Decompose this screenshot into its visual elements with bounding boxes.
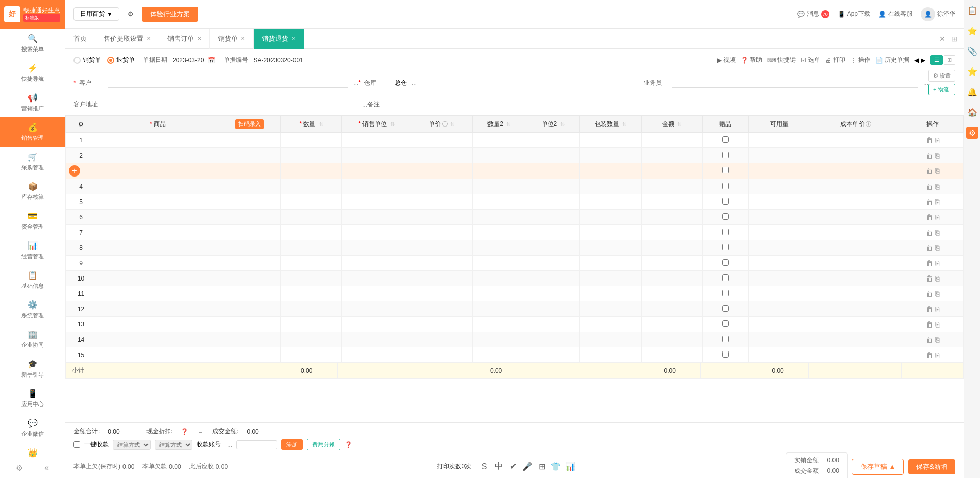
right-icon-3[interactable]: 📎 (966, 45, 978, 57)
packqty-cell[interactable] (580, 133, 641, 148)
goods-cell[interactable] (96, 256, 219, 271)
customer-select-btn[interactable]: ... (353, 79, 358, 86)
qty2-cell[interactable] (472, 148, 526, 163)
tool-btn-7[interactable]: 📊 (564, 461, 576, 473)
price-cell[interactable] (411, 225, 472, 240)
delete-row-btn[interactable]: 🗑 (926, 136, 933, 144)
right-icon-active[interactable]: ⚙ (966, 127, 978, 139)
sidebar-settings-btn[interactable]: ⚙ (16, 463, 23, 473)
gift-cell[interactable] (702, 194, 748, 210)
address-select-btn[interactable]: ... (362, 101, 368, 108)
price-info-icon[interactable]: ⓘ (442, 120, 448, 128)
right-icon-2[interactable]: ⭐ (966, 24, 978, 37)
right-icon-5[interactable]: 🔔 (966, 86, 978, 98)
price-cell[interactable] (411, 133, 472, 148)
online-service-btn[interactable]: 👤 在线客服 (878, 10, 913, 18)
goods-cell[interactable] (96, 210, 219, 225)
delete-row-btn[interactable]: 🗑 (926, 198, 933, 206)
unit2-cell[interactable] (526, 225, 580, 240)
settings-gear-btn[interactable]: ⚙ (124, 8, 138, 20)
sidebar-item-promotion[interactable]: 📢 营销推广 (0, 88, 65, 117)
gift-cell[interactable] (702, 317, 748, 332)
tab-home[interactable]: 首页 (65, 29, 95, 49)
copy-row-btn[interactable]: ⎘ (935, 136, 939, 144)
goods-cell[interactable] (96, 286, 219, 301)
price-cell[interactable] (411, 347, 472, 363)
delete-row-btn[interactable]: 🗑 (926, 259, 933, 267)
packqty-cell[interactable] (580, 271, 641, 286)
gift-cell[interactable] (702, 301, 748, 317)
payment-method-select[interactable]: 结算方式 (155, 440, 192, 450)
qty2-cell[interactable] (472, 256, 526, 271)
amount-cell[interactable] (641, 225, 702, 240)
delete-row-btn[interactable]: 🗑 (926, 244, 933, 252)
packqty-cell[interactable] (580, 301, 641, 317)
goods-cell[interactable] (96, 133, 219, 148)
right-icon-4[interactable]: ⭐ (966, 65, 978, 78)
goods-cell[interactable] (96, 148, 219, 163)
gift-cell[interactable] (702, 240, 748, 256)
goods-cell[interactable] (96, 347, 219, 363)
unit-cell[interactable] (342, 210, 411, 225)
amount-cell[interactable] (641, 179, 702, 194)
amount-cell[interactable] (641, 347, 702, 363)
sidebar-item-search[interactable]: 🔍 搜索菜单 (0, 29, 65, 58)
delete-row-btn[interactable]: 🗑 (926, 183, 933, 191)
qty2-cell[interactable] (472, 301, 526, 317)
delete-row-btn[interactable]: 🗑 (926, 229, 933, 237)
delete-row-btn[interactable]: 🗑 (926, 320, 933, 329)
calc-method-select[interactable]: 结算方式 (113, 440, 151, 450)
sidebar-collapse-btn[interactable]: « (44, 463, 49, 473)
qty2-cell[interactable] (472, 210, 526, 225)
qty-cell[interactable] (280, 332, 341, 347)
add-row-btn[interactable]: + (69, 165, 80, 177)
goods-cell[interactable] (96, 317, 219, 332)
unit-cell[interactable] (342, 271, 411, 286)
qty-cell[interactable] (280, 347, 341, 363)
delete-row-btn[interactable]: 🗑 (926, 213, 933, 221)
unit-cell[interactable] (342, 225, 411, 240)
qty-cell[interactable] (280, 240, 341, 256)
table-view-btn[interactable]: ⊞ (944, 55, 955, 65)
qty-cell[interactable] (280, 256, 341, 271)
sidebar-item-inventory[interactable]: 📦 库存核算 (0, 177, 65, 206)
tab-menu-btn[interactable]: ⊞ (949, 33, 960, 45)
tool-btn-6[interactable]: 👕 (550, 461, 562, 473)
unit2-cell[interactable] (526, 148, 580, 163)
packqty-cell[interactable] (580, 225, 641, 240)
delete-row-btn[interactable]: 🗑 (926, 152, 933, 160)
goods-cell[interactable] (96, 240, 219, 256)
qty-cell[interactable] (280, 317, 341, 332)
price-cell[interactable] (411, 332, 472, 347)
tab-sales[interactable]: 销货单 ✕ (210, 29, 254, 49)
unit-cell[interactable] (342, 332, 411, 347)
copy-row-btn[interactable]: ⎘ (935, 167, 939, 175)
copy-row-btn[interactable]: ⎘ (935, 274, 939, 283)
customer-input[interactable] (108, 78, 349, 88)
prev-doc-btn[interactable]: ◀ (914, 57, 919, 64)
help-btn[interactable]: ❓ 帮助 (741, 56, 762, 64)
unit2-cell[interactable] (526, 133, 580, 148)
qty2-cell[interactable] (472, 240, 526, 256)
next-doc-btn[interactable]: ▶ (921, 57, 925, 64)
tool-btn-2[interactable]: 中 (493, 461, 505, 473)
unit2-cell[interactable] (526, 256, 580, 271)
qty2-cell[interactable] (472, 225, 526, 240)
close-icon[interactable]: ✕ (197, 36, 201, 41)
goods-cell[interactable] (96, 301, 219, 317)
account-select-btn[interactable]: ... (227, 441, 232, 448)
amount-cell[interactable] (641, 163, 702, 179)
copy-row-btn[interactable]: ⎘ (935, 305, 939, 313)
qty-cell[interactable] (280, 225, 341, 240)
right-icon-6[interactable]: 🏠 (966, 106, 978, 118)
copy-row-btn[interactable]: ⎘ (935, 351, 939, 359)
print-btn[interactable]: 🖨 打印 (825, 56, 845, 64)
copy-row-btn[interactable]: ⎘ (935, 183, 939, 191)
qty2-cell[interactable] (472, 347, 526, 363)
packqty-cell[interactable] (580, 163, 641, 179)
price-cell[interactable] (411, 148, 472, 163)
price-cell[interactable] (411, 179, 472, 194)
packqty-cell[interactable] (580, 148, 641, 163)
unit2-cell[interactable] (526, 210, 580, 225)
sidebar-item-shortcut[interactable]: ⚡ 快捷导航 (0, 58, 65, 88)
